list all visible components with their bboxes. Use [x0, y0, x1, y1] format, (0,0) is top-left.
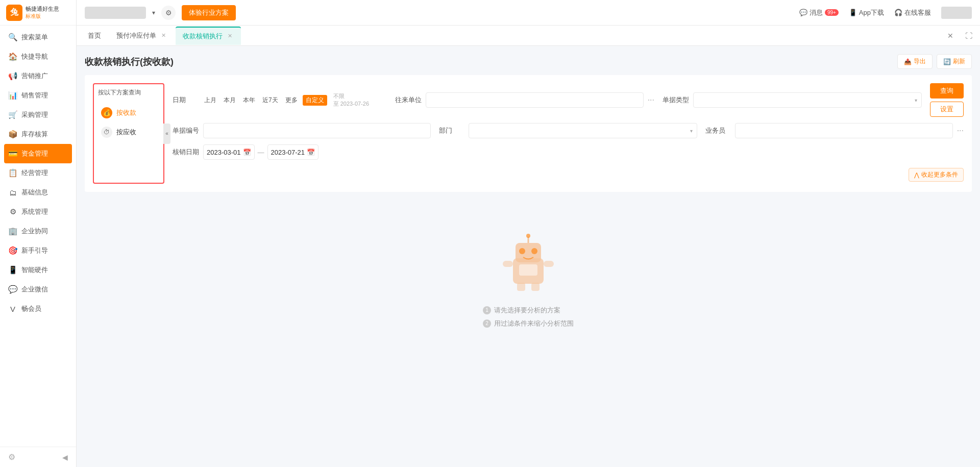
offset-date-end-value: 2023-07-21 [271, 149, 305, 156]
sidebar-item-member[interactable]: V 畅会员 [0, 299, 76, 318]
export-btn[interactable]: 📤 导出 [897, 54, 933, 69]
sidebar-item-wechat[interactable]: 💬 企业微信 [0, 280, 76, 299]
user-avatar[interactable] [941, 7, 972, 19]
doc-type-chevron-icon: ▾ [915, 97, 917, 103]
staff-field: 业务员 ··· [705, 123, 964, 138]
date-this-year[interactable]: 本年 [241, 95, 257, 106]
sidebar-label-enterprise: 企业协同 [21, 227, 48, 236]
receipt-option-icon: 💰 [101, 107, 112, 118]
filter-option-by-receipt[interactable]: 💰 按收款 [98, 103, 159, 122]
sidebar-item-system[interactable]: ⚙ 系统管理 [0, 202, 76, 222]
staff-input[interactable] [735, 123, 953, 138]
sidebar-item-base-info[interactable]: 🗂 基础信息 [0, 183, 76, 202]
collapse-icon: ⋀ [914, 171, 919, 179]
online-service-btn[interactable]: 🎧 在线客服 [894, 8, 931, 17]
date-custom[interactable]: 自定义 [303, 95, 327, 106]
sidebar-label-purchase: 采购管理 [21, 110, 48, 119]
offset-date-end-input[interactable]: 2023-07-21 📅 [267, 144, 319, 160]
sidebar-icon-search: 🔍 [8, 33, 17, 42]
dept-label: 部门 [439, 126, 464, 135]
sidebar-icon-sales: 📊 [8, 91, 17, 100]
tab-receipt-offset[interactable]: 收款核销执行 ✕ [176, 27, 241, 45]
dept-select[interactable]: ▾ [469, 123, 697, 138]
collapse-label: 收起更多条件 [921, 170, 958, 179]
dept-chevron-icon: ▾ [690, 128, 693, 134]
app-download-btn[interactable]: 📱 App下载 [849, 8, 884, 17]
settings-icon[interactable]: ⚙ [8, 452, 15, 462]
brand-selector[interactable] [85, 7, 146, 19]
calendar-end-icon: 📅 [307, 149, 315, 156]
refresh-icon: 🔄 [943, 58, 951, 65]
filter-option-by-receivable[interactable]: ⏱ 按应收 [98, 122, 159, 142]
empty-svg [498, 233, 559, 294]
date-last-month[interactable]: 上月 [202, 95, 218, 106]
close-window-btn[interactable]: ✕ [943, 29, 958, 43]
doc-number-input[interactable] [203, 123, 431, 138]
filter-sidebar-title: 按以下方案查询 [98, 88, 159, 99]
svg-rect-7 [544, 261, 554, 267]
sidebar-item-business[interactable]: 📋 经营管理 [0, 163, 76, 183]
offset-date-start-input[interactable]: 2023-03-01 📅 [203, 144, 255, 160]
expand-window-btn[interactable]: ⛶ [962, 29, 976, 43]
topbar-left: ▾ ⚙ 体验行业方案 [85, 5, 236, 20]
solution-btn[interactable]: 体验行业方案 [182, 5, 236, 20]
date-more[interactable]: 更多 [283, 95, 300, 106]
sidebar-icon-hardware: 📱 [8, 265, 17, 275]
calendar-start-icon: 📅 [243, 149, 251, 156]
collapse-sidebar-btn[interactable]: ◀︎ [62, 453, 68, 461]
svg-rect-6 [503, 261, 513, 267]
page-title: 收款核销执行(按收款) [85, 56, 174, 68]
sidebar-item-finance[interactable]: 💳 资金管理 [4, 144, 72, 163]
message-badge: 99+ [825, 9, 839, 16]
date-this-month[interactable]: 本月 [222, 95, 238, 106]
offset-date-field: 核销日期 2023-03-01 📅 — 2023-07-21 📅 [173, 144, 964, 160]
svg-point-2 [519, 248, 525, 254]
tab-home[interactable]: 首页 [81, 27, 108, 45]
sidebar-item-inventory[interactable]: 📦 库存核算 [0, 125, 76, 144]
sidebar-item-hardware[interactable]: 📱 智能硬件 [0, 260, 76, 280]
doc-type-select[interactable]: ▾ [693, 92, 922, 108]
sidebar-icon-marketing: 📢 [8, 71, 17, 81]
query-btn[interactable]: 查询 [930, 83, 964, 99]
counterpart-input[interactable] [426, 92, 644, 108]
sidebar-label-guide: 新手引导 [21, 246, 48, 255]
sidebar-footer: ⚙ ◀︎ [0, 447, 76, 467]
tab-prepay-close[interactable]: ✕ [159, 32, 167, 40]
tab-receipt-close[interactable]: ✕ [226, 32, 234, 40]
svg-rect-8 [517, 283, 525, 291]
filter-sidebar-collapse-btn[interactable]: « [163, 124, 170, 144]
page-header: 收款核销执行(按收款) 📤 导出 🔄 刷新 [85, 54, 972, 69]
sidebar-item-enterprise[interactable]: 🏢 企业协同 [0, 222, 76, 241]
brand-chevron-icon[interactable]: ▾ [152, 9, 155, 16]
sidebar-item-sales[interactable]: 📊 销售管理 [0, 86, 76, 105]
date-7days[interactable]: 近7天 [260, 95, 280, 106]
sidebar-icon-wechat: 💬 [8, 285, 17, 294]
sidebar-item-quick-nav[interactable]: 🏠 快捷导航 [0, 47, 76, 66]
doc-type-label: 单据类型 [663, 95, 689, 105]
topbar-right: 💬 消息 99+ 📱 App下载 🎧 在线客服 [799, 7, 972, 19]
counterpart-field: 往来单位 ··· [395, 92, 654, 108]
message-icon: 💬 [799, 9, 807, 16]
counterpart-dots-btn[interactable]: ··· [648, 95, 654, 105]
date-label: 日期 [173, 95, 198, 105]
svg-rect-10 [519, 264, 537, 276]
settings-btn[interactable]: 设置 [930, 102, 964, 117]
settings-gear-btn[interactable]: ⚙ [161, 6, 176, 20]
tab-prepay-offset[interactable]: 预付冲应付单 ✕ [109, 27, 175, 45]
staff-dots-btn[interactable]: ··· [957, 126, 964, 135]
sidebar-icon-quick-nav: 🏠 [8, 52, 17, 61]
filter-row-1: 日期 上月 本月 本年 近7天 更多 自定义 不限 至 2023-07-26 [173, 83, 964, 117]
sidebar-item-search[interactable]: 🔍 搜索菜单 [0, 28, 76, 47]
svg-point-5 [526, 234, 530, 238]
doc-number-field: 单据编号 [173, 123, 431, 138]
refresh-btn[interactable]: 🔄 刷新 [937, 54, 972, 69]
tab-receipt-label: 收款核销执行 [183, 32, 223, 41]
sidebar-label-system: 系统管理 [21, 207, 48, 216]
collapse-more-btn[interactable]: ⋀ 收起更多条件 [909, 168, 964, 182]
sidebar-icon-purchase: 🛒 [8, 110, 17, 119]
message-btn[interactable]: 💬 消息 99+ [799, 8, 839, 17]
sidebar-label-sales: 销售管理 [21, 91, 48, 100]
sidebar-item-guide[interactable]: 🎯 新手引导 [0, 241, 76, 260]
sidebar-item-marketing[interactable]: 📢 营销推广 [0, 66, 76, 86]
sidebar-item-purchase[interactable]: 🛒 采购管理 [0, 105, 76, 125]
